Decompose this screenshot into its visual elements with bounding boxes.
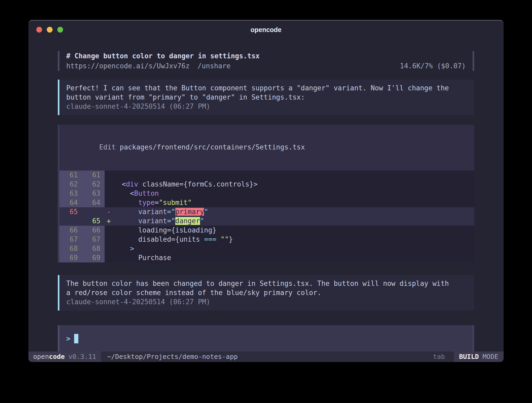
app-version-chip: opencodev0.3.11 (28, 352, 101, 362)
old-line-number: 64 (59, 198, 82, 207)
code-line: > (114, 244, 474, 253)
status-bar-spacer (238, 352, 433, 362)
close-button[interactable] (36, 27, 42, 33)
code-token (114, 199, 138, 206)
traffic-lights (36, 20, 63, 39)
diff-row: 6464 type="submit" (59, 198, 474, 207)
prompt-symbol: > (66, 335, 70, 343)
message-model-timestamp: claude-sonnet-4-20250514 (06:27 PM) (66, 102, 474, 111)
code-token: variant (114, 208, 167, 216)
code-token: " (200, 217, 204, 225)
code-line: type="submit" (114, 198, 474, 207)
diff-row: 6767 disabled={units === ""} (59, 235, 474, 244)
minimize-button[interactable] (47, 27, 53, 33)
message-text: Perfect! I can see that the Button compo… (66, 84, 474, 102)
session-title: # Change button color to danger in setti… (66, 51, 473, 61)
title-bar[interactable]: opencode (28, 20, 504, 39)
code-token: } (229, 235, 233, 243)
new-line-number: 62 (82, 180, 105, 189)
diff-marker (105, 226, 114, 235)
diff-marker (105, 180, 114, 189)
code-token: < (114, 189, 134, 197)
text-cursor (74, 334, 78, 343)
edit-header: Edit packages/frontend/src/containers/Se… (59, 125, 474, 170)
window-title: opencode (28, 26, 504, 34)
old-line-number: 69 (59, 253, 82, 262)
code-line: <Button (114, 189, 474, 198)
code-token: = (155, 199, 159, 206)
code-token: === (204, 235, 216, 243)
new-line-number: 67 (82, 235, 105, 244)
code-token (216, 235, 221, 243)
prompt-input[interactable]: > (58, 325, 474, 352)
context-usage: 14.6K/7% ($0.07) (400, 61, 466, 71)
session-url-row: https://opencode.ai/s/UwJxv76z/unshare (66, 61, 231, 71)
session-meta-row: https://opencode.ai/s/UwJxv76z/unshare 1… (66, 61, 473, 71)
diff-marker: + (105, 216, 114, 226)
message-model-timestamp: claude-sonnet-4-20250514 (06:27 PM) (66, 297, 474, 307)
code-token: "" (221, 235, 229, 243)
diff-marker (105, 198, 114, 207)
diff-row: 65- variant="primary" (59, 207, 474, 216)
code-line: Purchase (114, 253, 474, 262)
assistant-message: The button color has been changed to dan… (58, 275, 474, 311)
new-line-number: 61 (82, 170, 105, 180)
code-token: "submit" (159, 199, 192, 206)
code-token: disabled={units (114, 235, 204, 243)
new-line-number: 64 (82, 198, 105, 207)
old-line-number: 62 (59, 180, 82, 189)
code-token: > (130, 245, 134, 252)
edit-file-path: packages/frontend/src/containers/Setting… (120, 143, 305, 151)
old-line-number (59, 216, 82, 226)
app-version: v0.3.11 (68, 353, 96, 360)
mode-value: BUILD (459, 353, 479, 360)
app-name-prefix: open (33, 353, 49, 360)
mode-chip[interactable]: BUILDMODE (454, 352, 504, 362)
diff-marker (105, 244, 114, 253)
diff-marker: - (105, 207, 114, 216)
old-line-number: 66 (59, 226, 82, 235)
new-line-number: 69 (82, 253, 105, 262)
code-line: variant="primary" (114, 207, 474, 216)
code-token: =" (167, 217, 175, 225)
code-line: loading={isLoading} (114, 226, 474, 235)
opencode-window: opencode # Change button color to danger… (28, 20, 504, 362)
diff-marker (105, 253, 114, 262)
diff-row: 6666 loading={isLoading} (59, 226, 474, 235)
code-token: div (126, 180, 138, 188)
code-token: className={formCs.controls}> (138, 180, 258, 188)
share-url-link[interactable]: https://opencode.ai/s/UwJxv76z (66, 62, 190, 70)
main-content: # Change button color to danger in setti… (28, 51, 504, 362)
code-line: variant="danger" (114, 216, 474, 226)
app-name-suffix: code (49, 353, 65, 360)
code-token: danger (175, 217, 200, 225)
code-line (114, 170, 474, 180)
tab-key-hint: tab (433, 352, 445, 362)
diff-row: 6262 <div className={formCs.controls}> (59, 180, 474, 189)
code-token: =" (167, 208, 175, 216)
code-token (114, 245, 130, 252)
new-line-number: 68 (82, 244, 105, 253)
code-token: Purchase (114, 254, 171, 262)
new-line-number: 63 (82, 189, 105, 198)
diff-row: 65+ variant="danger" (59, 216, 474, 226)
new-line-number: 65 (82, 216, 105, 226)
diff-view: 61616262 <div className={formCs.controls… (59, 170, 474, 262)
diff-marker (105, 170, 114, 180)
unshare-command[interactable]: /unshare (198, 62, 231, 70)
code-token: primary (175, 208, 204, 216)
session-header: # Change button color to danger in setti… (58, 51, 474, 71)
diff-row: 6363 <Button (59, 189, 474, 198)
edit-tool-card: Edit packages/frontend/src/containers/Se… (58, 125, 474, 262)
old-line-number: 63 (59, 189, 82, 198)
maximize-button[interactable] (57, 27, 63, 33)
old-line-number: 68 (59, 244, 82, 253)
old-line-number: 67 (59, 235, 82, 244)
new-line-number: 66 (82, 226, 105, 235)
assistant-message: Perfect! I can see that the Button compo… (58, 80, 474, 115)
mode-label: MODE (483, 353, 498, 360)
code-line: disabled={units === ""} (114, 235, 474, 244)
code-token: type (138, 199, 155, 206)
old-line-number: 61 (59, 170, 82, 180)
code-token: < (114, 180, 126, 188)
